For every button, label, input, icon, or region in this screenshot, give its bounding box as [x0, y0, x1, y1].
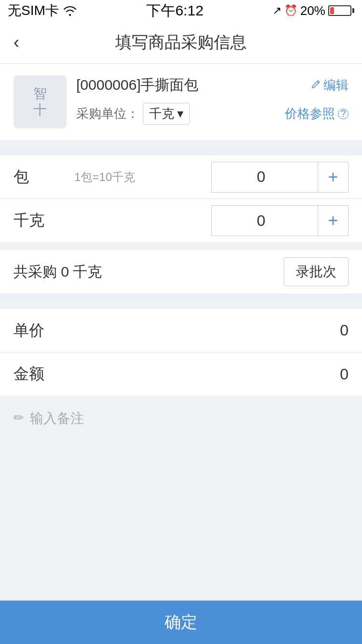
product-meta: 采购单位： 千克 ▾ 价格参照 ?	[76, 103, 348, 125]
section-divider-2	[0, 294, 362, 301]
confirm-button[interactable]: 确定	[0, 601, 362, 644]
bao-label: 包	[14, 167, 71, 188]
bao-quantity-input[interactable]	[211, 162, 318, 193]
page-title: 填写商品采购信息	[115, 31, 247, 54]
edit-icon	[311, 80, 321, 91]
product-name: [0000006]手撕面包	[76, 75, 198, 95]
pencil-icon: ✏	[14, 410, 24, 425]
quantity-input-section: 包 1包=10千克 + 千克 +	[0, 155, 362, 242]
location-icon: ↗	[273, 4, 281, 17]
unit-price-label: 单价	[14, 320, 44, 341]
product-info: [0000006]手撕面包 编辑 采购单位： 千克 ▾ 价格参照 ?	[76, 75, 348, 125]
content-fill	[0, 444, 362, 589]
bao-sub: 1包=10千克	[74, 169, 135, 185]
alarm-icon: ⏰	[284, 4, 297, 17]
section-divider-1	[0, 148, 362, 155]
status-time: 下午6:12	[146, 1, 203, 21]
unit-select[interactable]: 千克 ▾	[143, 103, 190, 125]
note-area[interactable]: ✏ 输入备注	[0, 396, 362, 444]
battery-icon	[328, 5, 354, 16]
status-left: 无SIM卡	[8, 1, 77, 20]
summary-text: 共采购 0 千克	[14, 262, 102, 282]
status-bar: 无SIM卡 下午6:12 ↗ ⏰ 20%	[0, 0, 362, 21]
price-info-section: 单价 0 金额 0	[0, 309, 362, 396]
info-icon: ?	[338, 109, 348, 119]
kg-quantity-input[interactable]	[211, 205, 318, 236]
note-placeholder: 输入备注	[30, 409, 84, 428]
kg-plus-button[interactable]: +	[318, 205, 348, 236]
kg-label: 千克	[14, 210, 71, 231]
unit-price-value: 0	[340, 322, 348, 339]
product-card: 智 十 [0000006]手撕面包 编辑 采购单位： 千克 ▾	[0, 64, 362, 140]
amount-label: 金额	[14, 364, 44, 385]
bao-input-row: 包 1包=10千克 +	[0, 155, 362, 199]
bao-input-right: +	[211, 162, 348, 193]
bao-plus-button[interactable]: +	[318, 162, 348, 193]
amount-value: 0	[340, 365, 348, 383]
chevron-down-icon: ▾	[177, 106, 183, 121]
wifi-icon	[63, 5, 77, 16]
kg-input-row: 千克 +	[0, 199, 362, 242]
summary-row: 共采购 0 千克 录批次	[0, 250, 362, 294]
unit-price-row: 单价 0	[0, 309, 362, 352]
product-thumbnail: 智 十	[14, 75, 67, 128]
amount-row: 金额 0	[0, 352, 362, 396]
batch-button[interactable]: 录批次	[284, 257, 348, 286]
carrier-label: 无SIM卡	[8, 1, 59, 20]
price-ref-button[interactable]: 价格参照 ?	[285, 105, 348, 122]
product-header: [0000006]手撕面包 编辑	[76, 75, 348, 95]
product-logo: 智 十	[33, 85, 47, 118]
status-right: ↗ ⏰ 20%	[273, 3, 354, 18]
battery-percent: 20%	[300, 3, 325, 18]
unit-label: 采购单位：	[76, 105, 139, 122]
nav-bar: ‹ 填写商品采购信息	[0, 21, 362, 64]
back-button[interactable]: ‹	[14, 32, 19, 53]
edit-button[interactable]: 编辑	[311, 77, 348, 94]
kg-input-right: +	[211, 205, 348, 236]
